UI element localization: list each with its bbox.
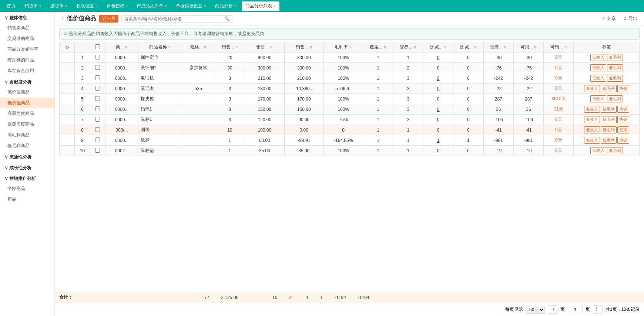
- sidebar-item-新品[interactable]: 新品: [0, 194, 54, 205]
- sidebar-item-低价值商品[interactable]: 低价值商品: [0, 98, 54, 108]
- row-settings[interactable]: [60, 125, 75, 135]
- nav-item-权限设置[interactable]: 权限设置×: [73, 1, 101, 11]
- col-header-3[interactable]: 商... ⇅: [105, 42, 138, 52]
- row-view1[interactable]: 0: [423, 104, 453, 115]
- nav-item-单据模板设置[interactable]: 单据模板设置×: [172, 1, 210, 11]
- sidebar-item-高覆盖度商品[interactable]: 高覆盖度商品: [0, 108, 54, 119]
- share-button[interactable]: ⇧ 分享: [600, 15, 618, 23]
- nav-close-icon[interactable]: ×: [274, 4, 276, 8]
- row-checkbox[interactable]: [95, 148, 100, 153]
- col-header-6[interactable]: 销售... ⇅: [215, 42, 245, 52]
- search-input[interactable]: [124, 16, 223, 21]
- col-header-15[interactable]: 可用... ⇅: [513, 42, 543, 52]
- row-checkbox-cell: [90, 63, 105, 73]
- row-settings[interactable]: [60, 73, 75, 84]
- sidebar-item-低覆盖度商品[interactable]: 低覆盖度商品: [0, 119, 54, 130]
- collapse-icon[interactable]: 《: [59, 16, 64, 22]
- row-view1[interactable]: 0: [423, 94, 453, 104]
- sidebar-item-有库存的商品[interactable]: 有库存的商品: [0, 55, 54, 65]
- row-view1[interactable]: 0: [423, 146, 453, 156]
- nav-close-icon[interactable]: ×: [165, 4, 167, 8]
- row-checkbox[interactable]: [95, 117, 100, 122]
- row-tags: 低收入低毛利热销: [574, 115, 640, 125]
- row-settings[interactable]: [60, 135, 75, 146]
- nav-item-商品分析列表[interactable]: 商品分析列表×: [242, 1, 279, 11]
- export-icon: ↧: [623, 16, 627, 21]
- nav-close-icon[interactable]: ×: [234, 4, 237, 8]
- row-settings[interactable]: [60, 63, 75, 73]
- nav-item-进货单[interactable]: 进货单×: [47, 1, 71, 11]
- row-settings[interactable]: [60, 94, 75, 104]
- col-header-10[interactable]: 覆盖... ⇅: [363, 42, 393, 52]
- row-checkbox[interactable]: [95, 127, 100, 132]
- row-settings[interactable]: [60, 115, 75, 125]
- sidebar-group[interactable]: ∨ 成长性分析: [0, 162, 54, 173]
- row-checkbox[interactable]: [95, 106, 100, 111]
- sidebar-item-销售类商品[interactable]: 销售类商品: [0, 23, 54, 33]
- row-checkbox[interactable]: [95, 75, 100, 80]
- row-view1[interactable]: 0: [423, 125, 453, 135]
- content-header: 《 低价值商品 近一月 🔍 ⇧ 分享 ↧ 导出: [55, 12, 644, 26]
- row-view1[interactable]: 0: [423, 84, 453, 94]
- row-checkbox[interactable]: [95, 86, 100, 91]
- nav-close-icon[interactable]: ×: [126, 4, 128, 8]
- tag-低收入: 低收入: [584, 126, 600, 133]
- row-checkbox[interactable]: [95, 55, 100, 60]
- col-header-5[interactable]: 规格... ⇅: [182, 42, 215, 52]
- page-input[interactable]: [568, 306, 583, 313]
- sidebar-group[interactable]: ∨ 贡献度分析: [0, 76, 54, 87]
- nav-close-icon[interactable]: ×: [39, 4, 41, 8]
- nav-item-角色授权[interactable]: 角色授权×: [103, 1, 132, 11]
- row-view1[interactable]: 0: [423, 73, 453, 84]
- col-header-4[interactable]: 商品名称 ⇅: [138, 42, 182, 52]
- row-view1[interactable]: 0: [423, 115, 453, 125]
- col-header-7[interactable]: 销售... ⇅: [245, 42, 284, 52]
- row-checkbox[interactable]: [95, 137, 100, 142]
- row-view2: 0: [453, 94, 483, 104]
- col-header-13[interactable]: 浏览... ⇅: [453, 42, 483, 52]
- sidebar-item-高价值商品[interactable]: 高价值商品: [0, 87, 54, 98]
- sidebar-item-商品分类销售率[interactable]: 商品分类销售率: [0, 44, 54, 55]
- sidebar-group[interactable]: ∨ 流通性分析: [0, 151, 54, 162]
- nav-item-销货单[interactable]: 销货单×: [21, 1, 45, 11]
- sidebar-item-低毛利商品[interactable]: 低毛利商品: [0, 140, 54, 151]
- row-view1[interactable]: 1: [423, 135, 453, 146]
- col-header-12[interactable]: 浏览... ⇅: [423, 42, 453, 52]
- export-button[interactable]: ↧ 导出: [621, 15, 640, 23]
- row-settings[interactable]: [60, 146, 75, 156]
- sidebar-item-高毛利商品[interactable]: 高毛利商品: [0, 130, 54, 140]
- sidebar-item-库存资金占用[interactable]: 库存资金占用: [0, 65, 54, 76]
- row-view1[interactable]: 0: [423, 63, 453, 73]
- row-settings[interactable]: [60, 84, 75, 94]
- row-checkbox[interactable]: [95, 65, 100, 70]
- row-view1[interactable]: 0: [423, 52, 453, 63]
- sidebar-group[interactable]: ∨ 营销推广分析: [0, 173, 54, 183]
- row-checkbox[interactable]: [95, 96, 100, 101]
- col-header-1: [75, 42, 90, 52]
- filter-button[interactable]: 近一月: [99, 15, 118, 23]
- per-page-select[interactable]: 5020100: [526, 306, 545, 314]
- col-header-16[interactable]: 可销... ⇅: [544, 42, 574, 52]
- col-header-11[interactable]: 交易... ⇅: [393, 42, 423, 52]
- nav-close-icon[interactable]: ×: [204, 4, 206, 8]
- sidebar-group[interactable]: ∨ 整体信息: [0, 12, 54, 23]
- nav-close-icon[interactable]: ×: [95, 4, 98, 8]
- row-settings[interactable]: [60, 52, 75, 63]
- row-index: 1: [75, 52, 90, 63]
- col-header-14[interactable]: 现有... ⇅: [483, 42, 513, 52]
- select-all-checkbox[interactable]: [95, 44, 100, 49]
- first-page-button[interactable]: 《: [548, 305, 557, 314]
- row-settings[interactable]: [60, 104, 75, 115]
- nav-item-首页[interactable]: 首页: [3, 1, 19, 11]
- nav-item-产成品入库单[interactable]: 产成品入库单×: [133, 1, 171, 11]
- nav-close-icon[interactable]: ×: [65, 4, 67, 8]
- row-cover: 1: [363, 84, 393, 94]
- tag-低收入: 低收入: [584, 85, 600, 92]
- sidebar-item-交易过的商品[interactable]: 交易过的商品: [0, 33, 54, 44]
- nav-item-商品分析[interactable]: 商品分析×: [211, 1, 240, 11]
- sidebar-item-全部商品[interactable]: 全部商品: [0, 183, 54, 194]
- col-header-9[interactable]: 毛利率 ⇅: [323, 42, 363, 52]
- row-qty: 20: [215, 52, 245, 63]
- next-page-button[interactable]: 》: [593, 305, 603, 314]
- col-header-8[interactable]: 销售... ⇅: [284, 42, 323, 52]
